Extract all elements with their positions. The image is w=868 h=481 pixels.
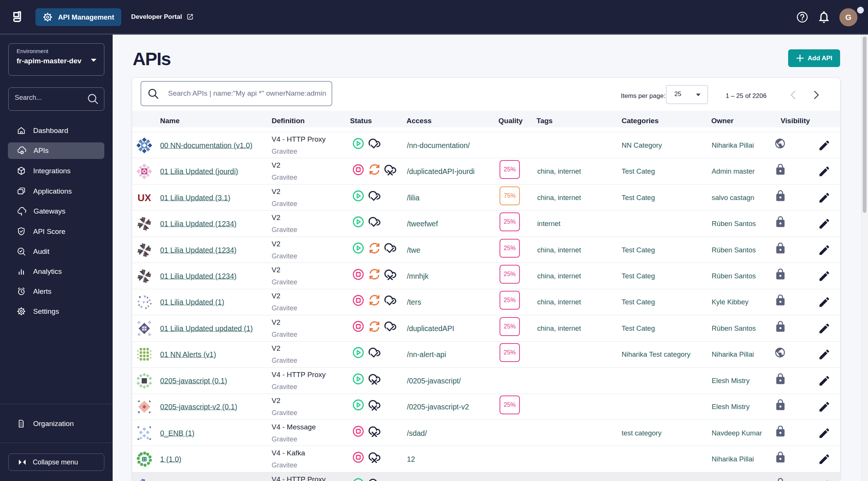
svg-text:UX: UX — [138, 192, 151, 203]
